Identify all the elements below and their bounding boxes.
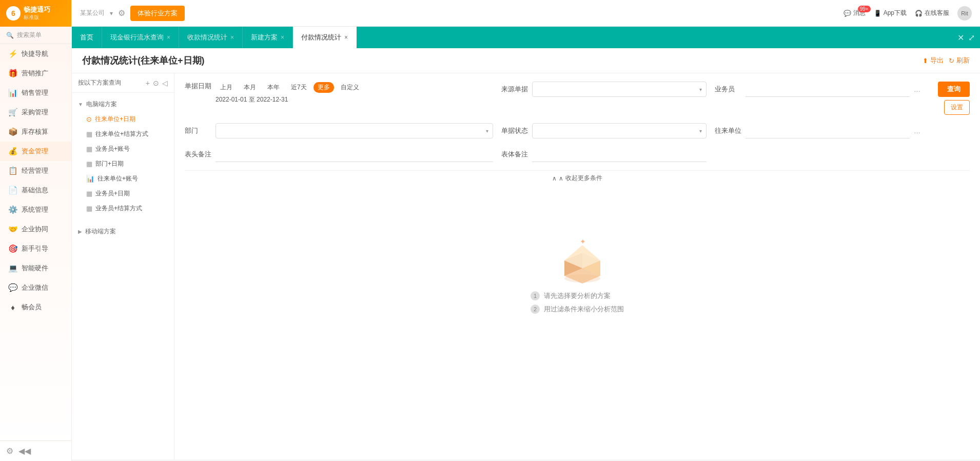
scheme-item-dept-date[interactable]: ▦ 部门+日期 (72, 156, 174, 171)
scheme-item-unit-settle[interactable]: ▦ 往来单位+结算方式 (72, 127, 174, 142)
sidebar-item-label: 新手引导 (22, 244, 48, 253)
note-head-input[interactable] (215, 147, 493, 162)
status-select[interactable]: ▾ (532, 123, 707, 138)
scheme-group-mobile-header[interactable]: ▶ 移动端方案 (72, 224, 174, 239)
scheme-header-left: 按以下方案查询 (78, 78, 121, 87)
tab-bank-flow[interactable]: 现金银行流水查询 × (102, 27, 179, 48)
sidebar-item-marketing[interactable]: 🎁 营销推广 (0, 64, 71, 83)
scheme-group-mobile: ▶ 移动端方案 (72, 220, 174, 243)
search-menu[interactable]: 🔍 搜索菜单 (0, 27, 71, 44)
tab-expand-icon[interactable]: ⤢ (968, 33, 975, 43)
collapse-label: 收起更多条件 (565, 174, 602, 183)
filter-row-1: 单据日期 上月 本月 本年 近7天 更多 自定义 (185, 82, 970, 115)
scheme-panel: 按以下方案查询 + ⊙ ◁ ▼ 电脑端方案 ⊙ 往来单位+日期 (72, 73, 174, 459)
unit-dots-icon[interactable]: … (914, 127, 920, 135)
unit-input[interactable] (746, 123, 910, 138)
scheme-item-unit-date[interactable]: ⊙ 往来单位+日期 (72, 112, 174, 127)
hardware-icon: 💻 (8, 264, 17, 273)
query-button[interactable]: 查询 (938, 82, 970, 97)
date-btn-more[interactable]: 更多 (313, 82, 334, 93)
dept-select[interactable]: ▾ (215, 123, 493, 138)
sidebar-item-label: 基础信息 (22, 186, 48, 195)
user-avatar[interactable]: Rit (957, 6, 972, 21)
sidebar-item-operation[interactable]: 📋 经营管理 (0, 161, 71, 181)
settings-footer-icon[interactable]: ⚙ (6, 446, 13, 456)
scheme-group-desktop-header[interactable]: ▼ 电脑端方案 (72, 97, 174, 112)
tab-new-scheme-close[interactable]: × (281, 34, 284, 41)
sidebar-item-enterprise[interactable]: 🤝 企业协同 (0, 219, 71, 239)
scheme-collapse-icon[interactable]: ◁ (162, 79, 168, 87)
scheme-settings-icon[interactable]: ⊙ (153, 79, 159, 87)
logo-icon: 6 (6, 6, 21, 21)
date-label: 单据日期 (185, 82, 211, 91)
scheme-add-icon[interactable]: + (146, 79, 150, 87)
tab-home[interactable]: 首页 (72, 27, 102, 48)
sidebar-item-quick-nav[interactable]: ⚡ 快捷导航 (0, 44, 71, 64)
settings-button[interactable]: 设置 (944, 100, 970, 115)
tab-payment-stats-close[interactable]: × (344, 34, 348, 41)
date-btn-this-year[interactable]: 本年 (263, 82, 284, 93)
sidebar-item-capital[interactable]: 💰 资金管理 (0, 142, 71, 161)
note-body-input[interactable] (532, 147, 707, 162)
sidebar-item-hardware[interactable]: 💻 智能硬件 (0, 258, 71, 278)
filter-row-3: 表头备注 表体备注 (185, 147, 970, 162)
tab-close-all-icon[interactable]: ✕ (957, 33, 964, 43)
scheme-item-staff-date[interactable]: ▦ 业务员+日期 (72, 186, 174, 201)
date-btn-this-month[interactable]: 本月 (239, 82, 261, 93)
address-dropdown-icon[interactable]: ▾ (110, 10, 113, 17)
sidebar-item-guide[interactable]: 🎯 新手引导 (0, 239, 71, 258)
sidebar-item-label: 资金管理 (22, 147, 48, 156)
tab-bank-flow-close[interactable]: × (167, 34, 170, 41)
sidebar-item-system[interactable]: ⚙️ 系统管理 (0, 200, 71, 219)
hint-text-1: 请先选择要分析的方案 (544, 291, 611, 300)
system-icon: ⚙️ (8, 205, 17, 214)
tab-payment-stats[interactable]: 付款情况统计 × (293, 27, 357, 48)
filter-inner: 单据日期 上月 本月 本年 近7天 更多 自定义 (174, 73, 980, 194)
header-gear-icon[interactable]: ⚙ (118, 8, 125, 18)
tab-bank-flow-label: 现金银行流水查询 (110, 33, 164, 42)
hint-num-1: 1 (531, 291, 540, 300)
date-btn-custom[interactable]: 自定义 (336, 82, 364, 93)
filter-row-2: 部门 ▾ 单据状态 ▾ (185, 123, 970, 138)
scheme-item-staff-account[interactable]: ▦ 业务员+账号 (72, 142, 174, 156)
scheme-item-staff-account-label: 业务员+账号 (95, 145, 130, 153)
export-button[interactable]: ⬆ 导出 (923, 56, 944, 65)
scheme-item-unit-account[interactable]: 📊 往来单位+账号 (72, 171, 174, 186)
sidebar-item-purchase[interactable]: 🛒 采购管理 (0, 103, 71, 122)
tab-new-scheme[interactable]: 新建方案 × (243, 27, 293, 48)
sidebar-item-wechat[interactable]: 💬 企业微信 (0, 278, 71, 297)
sidebar-item-vip[interactable]: ♦ 畅会员 (0, 297, 71, 317)
sidebar-item-label: 营销推广 (22, 69, 48, 78)
date-btn-last-month[interactable]: 上月 (215, 82, 237, 93)
scheme-item-unit-settle-icon: ▦ (86, 130, 92, 138)
sidebar-item-sales[interactable]: 📊 销售管理 (0, 83, 71, 103)
scheme-item-staff-settle[interactable]: ▦ 业务员+结算方式 (72, 201, 174, 216)
date-btn-last-7-days[interactable]: 近7天 (286, 82, 311, 93)
trial-button[interactable]: 体验行业方案 (130, 6, 185, 21)
online-service-action[interactable]: 🎧 在线客服 (915, 9, 949, 17)
collapse-sidebar-icon[interactable]: ◀◀ (18, 446, 31, 456)
filter-item-note-body: 表体备注 (501, 147, 707, 162)
app-download-action[interactable]: 📱 App下载 (874, 9, 907, 17)
online-service-icon: 🎧 (915, 10, 923, 17)
empty-state-area: ✦ 1 请先选择要分析的方案 2 用过滤条件来缩小分析范围 (174, 194, 980, 355)
source-select[interactable]: ▾ (532, 82, 707, 97)
empty-hint-1: 1 请先选择要分析的方案 (531, 291, 624, 300)
tab-receipt-stats-close[interactable]: × (230, 34, 234, 41)
dept-select-arrow: ▾ (486, 128, 488, 134)
scheme-group-desktop: ▼ 电脑端方案 ⊙ 往来单位+日期 ▦ 往来单位+结算方式 ▦ 业务员+账号 (72, 93, 174, 220)
sidebar-nav: ⚡ 快捷导航 🎁 营销推广 📊 销售管理 🛒 采购管理 📦 库存核算 💰 资金管… (0, 44, 71, 440)
collapse-filter-btn[interactable]: ∧ ∧ 收起更多条件 (185, 170, 970, 186)
sidebar-item-basic-info[interactable]: 📄 基础信息 (0, 181, 71, 200)
refresh-icon: ↻ (949, 57, 954, 65)
tab-receipt-stats[interactable]: 收款情况统计 × (179, 27, 243, 48)
unit-label: 往来单位 (715, 126, 741, 135)
scheme-item-dept-date-icon: ▦ (86, 160, 92, 168)
message-action[interactable]: 💬 消息 99+ (844, 9, 866, 17)
staff-dots-icon[interactable]: … (914, 86, 920, 93)
scheme-item-staff-account-icon: ▦ (86, 145, 92, 153)
staff-input[interactable] (746, 82, 910, 97)
refresh-button[interactable]: ↻ 刷新 (949, 56, 970, 65)
sidebar-item-inventory[interactable]: 📦 库存核算 (0, 122, 71, 142)
note-head-label: 表头备注 (185, 150, 211, 159)
